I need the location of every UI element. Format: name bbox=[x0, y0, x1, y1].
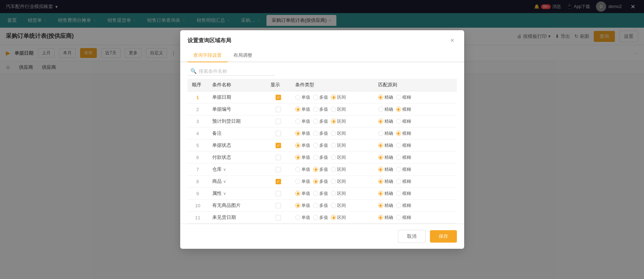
type-option-区间-10[interactable]: 区间 bbox=[331, 215, 346, 221]
match-radio-模糊-0[interactable] bbox=[396, 95, 401, 100]
match-radio-模糊-1[interactable] bbox=[396, 107, 401, 112]
name-arrow-7[interactable]: ∨ bbox=[223, 179, 226, 184]
type-radio-多值-4[interactable] bbox=[313, 143, 318, 148]
type-option-单值-4[interactable]: 单值 bbox=[295, 142, 310, 149]
type-radio-区间-1[interactable] bbox=[331, 107, 336, 112]
type-option-多值-6[interactable]: 多值 bbox=[313, 166, 328, 173]
match-radio-精确-4[interactable] bbox=[378, 143, 383, 148]
match-option-精确-2[interactable]: 精确 bbox=[378, 118, 393, 125]
match-option-精确-0[interactable]: 精确 bbox=[378, 94, 393, 101]
match-radio-精确-6[interactable] bbox=[378, 167, 383, 172]
type-radio-单值-3[interactable] bbox=[295, 131, 300, 136]
type-radio-区间-3[interactable] bbox=[331, 131, 336, 136]
checkbox-show-1[interactable] bbox=[276, 107, 281, 112]
type-option-区间-1[interactable]: 区间 bbox=[331, 106, 346, 113]
match-radio-精确-5[interactable] bbox=[378, 155, 383, 160]
modal-close-button[interactable]: × bbox=[448, 36, 457, 45]
match-option-精确-6[interactable]: 精确 bbox=[378, 166, 393, 173]
type-option-单值-5[interactable]: 单值 bbox=[295, 154, 310, 161]
checkbox-show-4[interactable] bbox=[276, 143, 281, 148]
name-arrow-6[interactable]: ∨ bbox=[223, 167, 226, 172]
type-option-单值-10[interactable]: 单值 bbox=[295, 215, 310, 221]
type-radio-多值-5[interactable] bbox=[313, 155, 318, 160]
match-radio-精确-3[interactable] bbox=[378, 131, 383, 136]
type-radio-区间-6[interactable] bbox=[331, 167, 336, 172]
type-option-单值-1[interactable]: 单值 bbox=[295, 106, 310, 113]
match-radio-模糊-7[interactable] bbox=[396, 179, 401, 184]
match-option-模糊-6[interactable]: 模糊 bbox=[396, 166, 411, 173]
type-radio-区间-2[interactable] bbox=[331, 119, 336, 124]
type-radio-区间-9[interactable] bbox=[331, 203, 336, 208]
type-option-区间-2[interactable]: 区间 bbox=[331, 118, 346, 125]
match-option-模糊-10[interactable]: 模糊 bbox=[396, 215, 411, 221]
match-radio-精确-7[interactable] bbox=[378, 179, 383, 184]
type-option-单值-6[interactable]: 单值 bbox=[295, 166, 310, 173]
type-option-多值-7[interactable]: 多值 bbox=[313, 178, 328, 185]
type-radio-多值-8[interactable] bbox=[313, 191, 318, 196]
checkbox-show-6[interactable] bbox=[276, 167, 281, 172]
type-option-单值-3[interactable]: 单值 bbox=[295, 130, 310, 137]
type-radio-区间-4[interactable] bbox=[331, 143, 336, 148]
type-option-区间-8[interactable]: 区间 bbox=[331, 190, 346, 197]
type-option-多值-10[interactable]: 多值 bbox=[313, 215, 328, 221]
match-radio-模糊-3[interactable] bbox=[396, 131, 401, 136]
match-option-精确-5[interactable]: 精确 bbox=[378, 154, 393, 161]
type-option-区间-5[interactable]: 区间 bbox=[331, 154, 346, 161]
type-radio-单值-9[interactable] bbox=[295, 203, 300, 208]
checkbox-show-10[interactable] bbox=[276, 215, 281, 220]
match-option-精确-4[interactable]: 精确 bbox=[378, 142, 393, 149]
match-option-模糊-3[interactable]: 模糊 bbox=[396, 130, 411, 137]
type-option-多值-8[interactable]: 多值 bbox=[313, 190, 328, 197]
type-option-多值-4[interactable]: 多值 bbox=[313, 142, 328, 149]
type-radio-区间-7[interactable] bbox=[331, 179, 336, 184]
type-radio-多值-1[interactable] bbox=[313, 107, 318, 112]
match-option-精确-10[interactable]: 精确 bbox=[378, 215, 393, 221]
type-option-多值-5[interactable]: 多值 bbox=[313, 154, 328, 161]
match-radio-模糊-8[interactable] bbox=[396, 191, 401, 196]
match-radio-精确-8[interactable] bbox=[378, 191, 383, 196]
match-radio-精确-0[interactable] bbox=[378, 95, 383, 100]
match-option-精确-7[interactable]: 精确 bbox=[378, 178, 393, 185]
type-radio-单值-0[interactable] bbox=[295, 95, 300, 100]
type-option-区间-7[interactable]: 区间 bbox=[331, 178, 346, 185]
save-button[interactable]: 保存 bbox=[430, 230, 457, 243]
match-option-精确-8[interactable]: 精确 bbox=[378, 190, 393, 197]
match-option-模糊-5[interactable]: 模糊 bbox=[396, 154, 411, 161]
match-radio-精确-9[interactable] bbox=[378, 203, 383, 208]
checkbox-show-8[interactable] bbox=[276, 191, 281, 196]
match-radio-模糊-2[interactable] bbox=[396, 119, 401, 124]
type-radio-多值-2[interactable] bbox=[313, 119, 318, 124]
match-radio-精确-2[interactable] bbox=[378, 119, 383, 124]
checkbox-show-3[interactable] bbox=[276, 131, 281, 136]
match-radio-模糊-10[interactable] bbox=[396, 215, 401, 220]
type-option-单值-9[interactable]: 单值 bbox=[295, 203, 310, 209]
type-option-多值-1[interactable]: 多值 bbox=[313, 106, 328, 113]
match-radio-模糊-6[interactable] bbox=[396, 167, 401, 172]
modal-tab-layout[interactable]: 布局调整 bbox=[228, 49, 258, 62]
match-option-模糊-9[interactable]: 模糊 bbox=[396, 203, 411, 209]
type-radio-区间-0[interactable] bbox=[331, 95, 336, 100]
type-radio-单值-10[interactable] bbox=[295, 215, 300, 220]
match-option-模糊-0[interactable]: 模糊 bbox=[396, 94, 411, 101]
checkbox-show-5[interactable] bbox=[276, 155, 281, 160]
type-option-单值-8[interactable]: 单值 bbox=[295, 190, 310, 197]
match-radio-精确-1[interactable] bbox=[378, 107, 383, 112]
type-radio-多值-9[interactable] bbox=[313, 203, 318, 208]
match-radio-模糊-9[interactable] bbox=[396, 203, 401, 208]
type-option-单值-7[interactable]: 单值 bbox=[295, 178, 310, 185]
match-radio-模糊-4[interactable] bbox=[396, 143, 401, 148]
type-radio-区间-10[interactable] bbox=[331, 215, 336, 220]
type-option-区间-3[interactable]: 区间 bbox=[331, 130, 346, 137]
checkbox-show-0[interactable] bbox=[276, 95, 281, 100]
type-radio-区间-5[interactable] bbox=[331, 155, 336, 160]
checkbox-show-2[interactable] bbox=[276, 119, 281, 124]
type-option-多值-2[interactable]: 多值 bbox=[313, 118, 328, 125]
match-radio-精确-10[interactable] bbox=[378, 215, 383, 220]
match-option-模糊-1[interactable]: 模糊 bbox=[396, 106, 411, 113]
checkbox-show-7[interactable] bbox=[276, 179, 281, 184]
type-radio-多值-6[interactable] bbox=[313, 167, 318, 172]
match-radio-模糊-5[interactable] bbox=[396, 155, 401, 160]
cancel-button[interactable]: 取消 bbox=[398, 230, 426, 243]
match-option-模糊-7[interactable]: 模糊 bbox=[396, 178, 411, 185]
type-option-单值-0[interactable]: 单值 bbox=[295, 94, 310, 101]
